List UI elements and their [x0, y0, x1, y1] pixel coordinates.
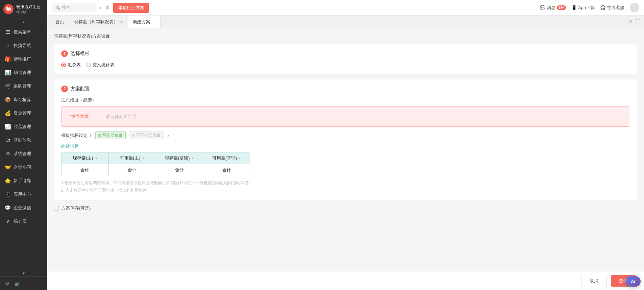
- stat-table-body-row: 合计 合计 合计 合计: [61, 164, 250, 176]
- sidebar-item-management[interactable]: 📈 经营管理: [0, 120, 47, 134]
- radio-summary[interactable]: 汇总表: [61, 62, 81, 68]
- chart-icon: 📈: [5, 124, 11, 130]
- customer-service-item[interactable]: 🎧 在线客服: [600, 5, 624, 11]
- radio-cross-circle: [86, 63, 91, 67]
- app-version: 标准版: [16, 10, 41, 15]
- sidebar-item-marketing[interactable]: 🎁 营销推广: [0, 52, 47, 66]
- col-dropdown-0[interactable]: ▾: [95, 156, 97, 161]
- dimension-field-label: 汇总维度（必选）: [61, 97, 630, 103]
- main-area: 🔍 搜索 ▾ ⚙ 体验行业方案 💬 消息 99+ 📱 App下载 🎧 在线客服: [47, 0, 644, 290]
- tab-new-plan-label: 新建方案: [133, 19, 150, 25]
- radio-cross-label: 交叉统计表: [93, 62, 115, 68]
- sidebar-item-member[interactable]: V 畅会员: [0, 215, 47, 228]
- section1-header: 1 选择模板: [61, 50, 630, 57]
- section2-header: 2 方案配置: [61, 86, 630, 92]
- col-sub-label-2: 合计: [175, 167, 184, 173]
- sidebar-item-guide[interactable]: 🌟 新手引导: [0, 174, 47, 188]
- message-icon: 💬: [540, 5, 545, 10]
- save-label: 方案保存(可选): [61, 205, 91, 211]
- no-drag-dot: [132, 134, 135, 137]
- sidebar-item-label: 新手引导: [14, 178, 31, 184]
- dimension-selector[interactable]: *纵向维度 —— 请选择分组维度: [61, 106, 630, 127]
- col-header-2[interactable]: 现存量(基辅) ▾: [156, 152, 203, 164]
- tab-home[interactable]: 首页: [51, 16, 69, 28]
- sidebar-item-app-center[interactable]: 📱 应用中心: [0, 188, 47, 201]
- col-sub-label-3: 合计: [222, 167, 231, 173]
- sidebar-item-finance[interactable]: 💰 资金管理: [0, 106, 47, 120]
- stat-table: 现存量(主) ▾ 可用量(主) ▾ 现存量(基辅) ▾ 可用量(基辅): [61, 152, 250, 176]
- tab-new-plan-close[interactable]: ✕: [152, 20, 155, 24]
- cancel-button[interactable]: 取消: [581, 275, 607, 287]
- section2-card: 2 方案配置 汇总维度（必选） *纵向维度 —— 请选择分组维度 模板指标设定（…: [54, 79, 637, 200]
- tabs-bar: 首页 现存量（库存状况表） ✕ 新建方案 ✕ ✕ ⛶: [47, 16, 644, 28]
- col-dropdown-2[interactable]: ▾: [192, 156, 194, 161]
- sidebar-logo: 畅 畅康通好生意 标准版: [0, 0, 47, 19]
- box-icon: 📦: [5, 97, 11, 103]
- stat-table-header: 现存量(主) ▾ 可用量(主) ▾ 现存量(基辅) ▾ 可用量(基辅): [61, 152, 250, 164]
- app-download-item[interactable]: 📱 App下载: [571, 5, 595, 11]
- sidebar-item-label: 快捷导航: [14, 43, 31, 49]
- drag-badge: 可拖动位置: [95, 131, 126, 139]
- tabs-actions: ✕ ⛶: [628, 19, 641, 25]
- dim-dash: ——: [93, 114, 102, 119]
- col-dropdown-1[interactable]: ▾: [142, 156, 144, 161]
- indicator-settings-label: 模板指标设定（: [61, 132, 92, 139]
- indicator-settings: 模板指标设定（ 可拖动位置 不可拖动位置 ）: [61, 131, 630, 139]
- topbar-right: 💬 消息 99+ 📱 App下载 🎧 在线客服: [540, 3, 639, 13]
- sidebar-scroll-up[interactable]: ▲: [0, 19, 47, 25]
- topbar-gear-icon[interactable]: ⚙: [105, 4, 110, 11]
- headset-icon: 🎧: [600, 5, 605, 10]
- sidebar-item-purchase[interactable]: 🛒 采购管理: [0, 79, 47, 93]
- radio-summary-circle: [61, 63, 66, 67]
- trial-btn[interactable]: 体验行业方案: [113, 3, 149, 13]
- tab-new-plan[interactable]: 新建方案 ✕: [128, 16, 160, 28]
- sidebar-scroll-down[interactable]: ▼: [0, 270, 47, 276]
- user-avatar[interactable]: [630, 3, 639, 13]
- cart-icon: 🛒: [5, 83, 11, 89]
- search-placeholder: 搜索: [62, 5, 70, 10]
- search-box[interactable]: 🔍 搜索: [52, 3, 96, 12]
- sidebar-item-label: 资金管理: [14, 110, 31, 116]
- save-checkbox[interactable]: [54, 206, 59, 211]
- template-radio-group: 汇总表 交叉统计表: [61, 62, 630, 68]
- col-header-1[interactable]: 可用量(主) ▾: [109, 152, 156, 164]
- sidebar-item-basic-info[interactable]: 🗂 基础信息: [0, 134, 47, 147]
- member-icon: V: [5, 218, 11, 224]
- search-menu-icon: ☰: [5, 29, 11, 35]
- sidebar-item-quick-nav[interactable]: ⌂ 快捷导航: [0, 39, 47, 52]
- col-sub-label-1: 合计: [128, 167, 137, 173]
- dropdown-arrow[interactable]: ▾: [99, 5, 102, 10]
- sidebar-item-system[interactable]: ⚙ 系统管理: [0, 147, 47, 161]
- tab-close-all-btn[interactable]: ✕: [628, 19, 633, 25]
- col-header-0[interactable]: 现存量(主) ▾: [61, 152, 109, 164]
- tab-fullscreen-btn[interactable]: ⛶: [635, 19, 641, 25]
- col-header-3[interactable]: 可用量(基辅) ▾: [203, 152, 250, 164]
- ai-float-button[interactable]: Ai: [625, 276, 641, 287]
- messages-badge: 99+: [557, 5, 566, 10]
- sidebar-item-inventory[interactable]: 📦 库存核算: [0, 93, 47, 106]
- sidebar-item-sales[interactable]: 📊 销售管理: [0, 66, 47, 79]
- sidebar-item-search[interactable]: ☰ 搜索菜单: [0, 25, 47, 39]
- sidebar-item-cooperation[interactable]: 🤝 企业协同: [0, 161, 47, 174]
- col-label-0: 现存量(主): [73, 155, 93, 161]
- page-title: 现存量(库存状况表)方案设置: [54, 33, 637, 39]
- sidebar-item-label: 企业微信: [14, 205, 31, 211]
- app-download-label: App下载: [578, 5, 595, 11]
- col-sub-label-0: 合计: [80, 167, 89, 173]
- tab-inventory-close[interactable]: ✕: [120, 20, 123, 24]
- tab-inventory-label: 现存量（库存状况表）: [74, 19, 118, 25]
- col-dropdown-3[interactable]: ▾: [239, 156, 241, 161]
- sidebar-item-label: 营销推广: [14, 56, 31, 62]
- sidebar-item-wechat[interactable]: 💬 企业微信: [0, 201, 47, 215]
- section2-num: 2: [61, 86, 68, 92]
- sidebar-item-label: 畅会员: [14, 218, 27, 224]
- radio-cross[interactable]: 交叉统计表: [86, 62, 115, 68]
- sound-icon[interactable]: 🔈: [14, 280, 21, 287]
- tab-inventory[interactable]: 现存量（库存状况表） ✕: [69, 16, 128, 28]
- sidebar-item-label: 基础信息: [14, 137, 31, 143]
- money-icon: 💰: [5, 110, 11, 116]
- settings-icon[interactable]: ⚙: [5, 280, 9, 287]
- footer: 取消 查询: [47, 271, 644, 290]
- gear-icon: ⚙: [5, 151, 11, 157]
- messages-item[interactable]: 💬 消息 99+: [540, 5, 566, 11]
